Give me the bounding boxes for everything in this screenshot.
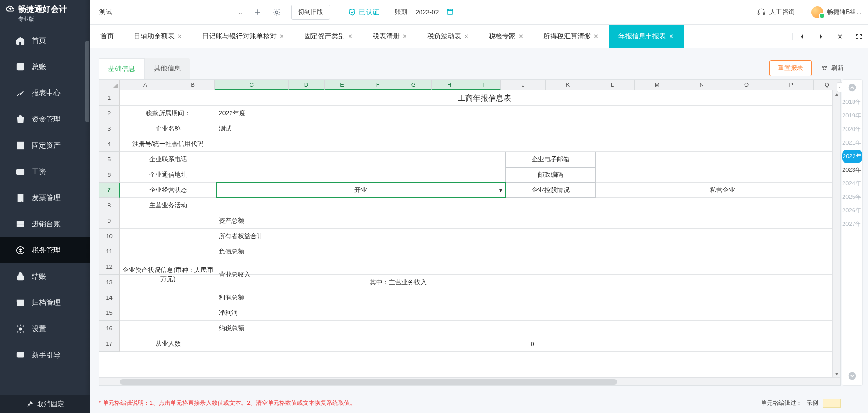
nav-funds[interactable]: 资金管理: [0, 106, 90, 132]
calendar-button[interactable]: [446, 8, 454, 17]
col-header[interactable]: B: [171, 80, 215, 90]
tab-item[interactable]: 日记账与银行对账单核对✕: [192, 25, 294, 48]
col-header[interactable]: P: [769, 80, 814, 90]
horizontal-scrollbar[interactable]: [99, 377, 840, 385]
rail-collapse[interactable]: ‹: [837, 82, 842, 92]
close-icon[interactable]: ✕: [594, 33, 599, 40]
select-all-corner[interactable]: [99, 80, 120, 90]
profit-label[interactable]: 利润总额: [216, 290, 291, 305]
close-icon[interactable]: ✕: [464, 33, 469, 40]
col-header[interactable]: F: [360, 80, 396, 90]
nav-invoice[interactable]: 发票管理: [0, 185, 90, 211]
tab-item[interactable]: 固定资产类别✕: [294, 25, 363, 48]
asset-total-label[interactable]: 资产总额: [216, 213, 291, 229]
user-menu[interactable]: 畅捷通B组...: [811, 6, 862, 18]
close-icon[interactable]: ✕: [177, 33, 182, 40]
holding-label-cell[interactable]: 企业控股情况: [505, 183, 596, 198]
col-header[interactable]: L: [590, 80, 635, 90]
nav-ledger[interactable]: 总账: [0, 54, 90, 80]
row-header[interactable]: 10: [99, 229, 120, 244]
scroll-thumb[interactable]: [120, 379, 617, 385]
row-header[interactable]: 8: [99, 198, 120, 213]
close-icon[interactable]: ✕: [348, 33, 353, 40]
nav-salary[interactable]: 工资: [0, 159, 90, 185]
tab-item-active[interactable]: 年报信息申报表✕: [609, 25, 684, 48]
year-item[interactable]: 2027年: [842, 217, 862, 231]
col-header[interactable]: O: [724, 80, 769, 90]
grid[interactable]: 工商年报信息表税款所属期间：2022年度企业名称测试注册号/统一社会信用代码企业…: [120, 90, 840, 377]
row-header[interactable]: 12: [99, 259, 120, 275]
mainrev-label[interactable]: 其中：主营业务收入: [291, 275, 505, 290]
col-header[interactable]: M: [635, 80, 679, 90]
tabs-fullscreen[interactable]: [849, 33, 868, 40]
switch-old-button[interactable]: 切到旧版: [291, 5, 330, 20]
company-value-cell[interactable]: 测试: [216, 121, 291, 136]
year-item[interactable]: 2019年: [842, 109, 862, 122]
pin-bar[interactable]: 取消固定: [0, 395, 90, 413]
zip-label-cell[interactable]: 邮政编码: [505, 167, 596, 183]
dropdown-icon[interactable]: ▾: [499, 187, 502, 194]
tax-label[interactable]: 纳税总额: [216, 321, 291, 336]
equity-label[interactable]: 所有者权益合计: [216, 229, 291, 244]
row-header[interactable]: 6: [99, 167, 120, 183]
col-header[interactable]: A: [120, 80, 171, 90]
nav-assets[interactable]: 固定资产: [0, 132, 90, 159]
asset-block-label[interactable]: 企业资产状况信息(币种：人民币万元): [120, 213, 216, 336]
col-header[interactable]: H: [432, 80, 467, 90]
tab-item[interactable]: 税负波动表✕: [417, 25, 479, 48]
tabs-next[interactable]: [811, 33, 830, 40]
tabs-prev[interactable]: [792, 33, 811, 40]
col-header[interactable]: K: [546, 80, 590, 90]
row-header[interactable]: 16: [99, 321, 120, 336]
col-header[interactable]: I: [467, 80, 501, 90]
col-header[interactable]: G: [396, 80, 432, 90]
tab-item[interactable]: 所得税汇算清缴✕: [533, 25, 609, 48]
nav-archive[interactable]: 归档管理: [0, 290, 90, 316]
row-header[interactable]: 5: [99, 152, 120, 167]
close-icon[interactable]: ✕: [669, 33, 674, 40]
nav-inventory[interactable]: 进销台账: [0, 211, 90, 237]
reset-button[interactable]: 重置报表: [769, 60, 812, 76]
year-item[interactable]: 2022年: [842, 150, 862, 163]
nav-settings[interactable]: 设置: [0, 316, 90, 342]
close-icon[interactable]: ✕: [402, 33, 407, 40]
settings-button[interactable]: [269, 5, 284, 19]
sheet-title[interactable]: 工商年报信息表: [120, 90, 849, 106]
col-header[interactable]: D: [289, 80, 325, 90]
consult-button[interactable]: 人工咨询: [757, 8, 795, 17]
tab-home[interactable]: 首页: [90, 25, 124, 48]
period-label-cell[interactable]: 税款所属期间：: [120, 106, 216, 121]
netprofit-label[interactable]: 净利润: [216, 305, 291, 321]
addr-label-cell[interactable]: 企业通信地址: [120, 167, 216, 183]
mainbiz-label-cell[interactable]: 主营业务活动: [120, 198, 216, 213]
close-icon[interactable]: ✕: [519, 33, 524, 40]
row-header[interactable]: 9: [99, 213, 120, 229]
nav-close[interactable]: 结账: [0, 263, 90, 290]
col-header[interactable]: C: [215, 80, 288, 90]
email-label-cell[interactable]: 企业电子邮箱: [505, 152, 596, 167]
employees-label[interactable]: 从业人数: [120, 336, 216, 352]
col-header[interactable]: N: [679, 80, 724, 90]
holding-value-cell[interactable]: 私营企业: [596, 183, 849, 198]
tab-item[interactable]: 税检专家✕: [479, 25, 533, 48]
row-header[interactable]: 15: [99, 305, 120, 321]
row-header[interactable]: 17: [99, 336, 120, 352]
row-header[interactable]: 3: [99, 121, 120, 136]
nav-reports[interactable]: 报表中心: [0, 80, 90, 106]
year-item[interactable]: 2021年: [842, 136, 862, 150]
verified-badge[interactable]: 已认证: [348, 8, 379, 17]
year-item[interactable]: 2026年: [842, 204, 862, 217]
scroll-down-icon[interactable]: ▼: [833, 370, 841, 377]
debt-label[interactable]: 负债总额: [216, 244, 291, 259]
col-header[interactable]: J: [501, 80, 546, 90]
vertical-scrollbar[interactable]: ▲▼: [832, 90, 840, 377]
subtab-other[interactable]: 其他信息: [145, 58, 190, 79]
revenue-label[interactable]: 营业总收入: [216, 259, 291, 290]
year-item[interactable]: 2024年: [842, 177, 862, 190]
year-item[interactable]: 2023年: [842, 163, 862, 177]
row-header[interactable]: 14: [99, 290, 120, 305]
year-item[interactable]: 2025年: [842, 190, 862, 204]
add-button[interactable]: [250, 5, 265, 19]
sidebar-scrollbar[interactable]: [85, 41, 89, 122]
close-icon[interactable]: ✕: [279, 33, 284, 40]
